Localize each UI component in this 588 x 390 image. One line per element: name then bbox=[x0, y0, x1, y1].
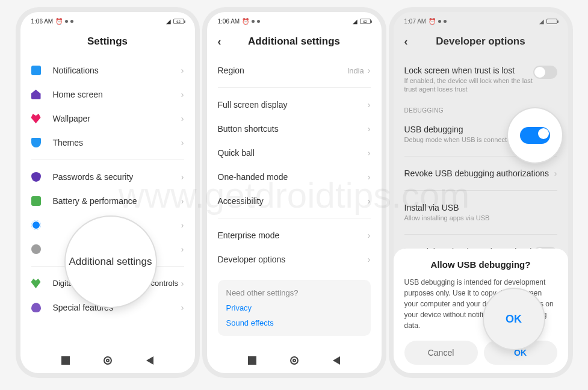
phone-settings: 1:06 AM ⏰ ◢ 62 Settings Notifications › … bbox=[20, 12, 195, 373]
toggle-usb-debugging[interactable] bbox=[520, 127, 550, 144]
row-label: Notifications bbox=[53, 66, 181, 75]
row-label: Full screen display bbox=[218, 100, 368, 110]
row-sub: Allow installing apps via USB bbox=[404, 214, 557, 222]
row-label: Button shortcuts bbox=[218, 124, 368, 134]
divider bbox=[31, 159, 184, 160]
row-value: India bbox=[347, 66, 364, 75]
nav-recents-icon[interactable] bbox=[61, 356, 70, 365]
chevron-right-icon: › bbox=[368, 172, 371, 182]
footer-box: Need other settings? Privacy Sound effec… bbox=[218, 280, 371, 336]
row-full-screen-display[interactable]: Full screen display › bbox=[218, 93, 371, 117]
status-dot-icon bbox=[444, 20, 447, 23]
chevron-right-icon: › bbox=[368, 148, 371, 158]
nav-home-icon[interactable] bbox=[104, 356, 112, 365]
chevron-right-icon: › bbox=[368, 100, 371, 110]
toggle-lock-trust[interactable] bbox=[533, 66, 557, 79]
row-enterprise-mode[interactable]: Enterprise mode › bbox=[218, 223, 371, 247]
chevron-right-icon: › bbox=[181, 196, 184, 206]
settings-row-battery[interactable]: Battery & performance › bbox=[31, 189, 184, 213]
settings-row-notifications[interactable]: Notifications › bbox=[31, 58, 184, 82]
chevron-right-icon: › bbox=[368, 66, 371, 75]
brush-icon bbox=[31, 138, 41, 147]
cancel-button[interactable]: Cancel bbox=[404, 341, 478, 365]
alarm-icon: ⏰ bbox=[242, 18, 249, 25]
row-label: Install via USB bbox=[404, 203, 557, 212]
nav-back-icon[interactable] bbox=[333, 356, 340, 365]
statusbar: 1:06 AM ⏰ ◢ 62 bbox=[20, 12, 195, 27]
dialog-title: Allow USB debugging? bbox=[404, 259, 557, 270]
row-developer-options[interactable]: Developer options › bbox=[218, 247, 371, 271]
navbar bbox=[20, 349, 195, 373]
divider bbox=[404, 234, 557, 235]
row-label: Enterprise mode bbox=[218, 231, 368, 240]
statusbar: 1:07 AM ⏰ ◢ bbox=[394, 12, 568, 27]
chevron-right-icon: › bbox=[181, 66, 184, 75]
status-time: 1:06 AM bbox=[218, 18, 240, 25]
settings-row-wallpaper[interactable]: Wallpaper › bbox=[31, 107, 184, 131]
battery-icon: 62 bbox=[360, 19, 371, 24]
link-sound-effects[interactable]: Sound effects bbox=[226, 318, 362, 327]
special-icon bbox=[31, 303, 41, 312]
row-label: Home screen bbox=[53, 90, 181, 99]
row-sub: If enabled, the device will lock when th… bbox=[404, 76, 533, 94]
dots-icon bbox=[31, 244, 41, 254]
page-title: ‹ Developer options bbox=[394, 27, 568, 58]
phone-developer-options: 1:07 AM ⏰ ◢ ‹ Developer options Lock scr… bbox=[394, 12, 568, 373]
settings-row-passwords[interactable]: Passwords & security › bbox=[31, 165, 184, 189]
row-label: One-handed mode bbox=[218, 172, 368, 182]
chevron-right-icon: › bbox=[181, 220, 184, 230]
row-one-handed-mode[interactable]: One-handed mode › bbox=[218, 165, 371, 189]
back-button[interactable]: ‹ bbox=[218, 36, 221, 48]
link-privacy[interactable]: Privacy bbox=[226, 303, 362, 312]
status-dot-icon bbox=[65, 20, 68, 23]
row-region[interactable]: Region India › bbox=[218, 58, 371, 82]
home-icon bbox=[31, 90, 41, 99]
settings-row-home-screen[interactable]: Home screen › bbox=[31, 82, 184, 107]
signal-icon: ◢ bbox=[166, 18, 171, 25]
nav-recents-icon[interactable] bbox=[248, 356, 256, 365]
page-title: Settings bbox=[20, 27, 195, 58]
row-quick-ball[interactable]: Quick ball › bbox=[218, 141, 371, 165]
chevron-right-icon: › bbox=[368, 255, 371, 264]
settings-row-themes[interactable]: Themes › bbox=[31, 131, 184, 155]
chevron-right-icon: › bbox=[368, 196, 371, 206]
status-dot-icon bbox=[252, 20, 255, 23]
row-label: Themes bbox=[53, 138, 181, 147]
chevron-right-icon: › bbox=[368, 124, 371, 134]
row-button-shortcuts[interactable]: Button shortcuts › bbox=[218, 117, 371, 141]
status-dot-icon bbox=[70, 20, 73, 23]
row-accessibility[interactable]: Accessibility › bbox=[218, 189, 371, 213]
row-revoke-usb-auth[interactable]: Revoke USB debugging authorizations › bbox=[404, 161, 557, 185]
battery-row-icon bbox=[31, 196, 41, 206]
nav-home-icon[interactable] bbox=[290, 356, 299, 365]
flower-icon bbox=[31, 114, 41, 123]
row-label: Quick ball bbox=[218, 148, 368, 158]
alarm-icon: ⏰ bbox=[55, 18, 63, 25]
ok-label: OK bbox=[506, 313, 522, 326]
divider bbox=[218, 218, 371, 218]
chevron-right-icon: › bbox=[554, 169, 557, 178]
nav-back-icon[interactable] bbox=[146, 356, 153, 365]
row-lock-screen-trust[interactable]: Lock screen when trust is lost If enable… bbox=[404, 58, 557, 101]
header-label: Additional settings bbox=[248, 36, 340, 48]
back-button[interactable]: ‹ bbox=[404, 36, 408, 48]
page-title: ‹ Additional settings bbox=[207, 27, 382, 58]
statusbar: 1:06 AM ⏰ ◢ 62 bbox=[207, 12, 382, 27]
row-install-via-usb[interactable]: Install via USB Allow installing apps vi… bbox=[404, 196, 557, 229]
row-label: Developer options bbox=[218, 255, 368, 264]
magnifier-ok-button: OK bbox=[484, 289, 544, 349]
row-label: Accessibility bbox=[218, 196, 368, 206]
row-label: Passwords & security bbox=[53, 172, 181, 182]
battery-icon: 62 bbox=[173, 19, 184, 24]
divider bbox=[218, 87, 371, 88]
chevron-right-icon: › bbox=[368, 231, 371, 240]
magnifier-additional-settings: Additional settings bbox=[66, 217, 156, 307]
status-time: 1:07 AM bbox=[404, 18, 427, 25]
footer-question: Need other settings? bbox=[226, 288, 362, 297]
signal-icon: ◢ bbox=[353, 18, 357, 25]
battery-icon bbox=[546, 19, 557, 24]
chevron-right-icon: › bbox=[181, 90, 184, 99]
divider bbox=[404, 190, 557, 191]
status-dot-icon bbox=[438, 20, 441, 23]
alarm-icon: ⏰ bbox=[429, 18, 436, 25]
